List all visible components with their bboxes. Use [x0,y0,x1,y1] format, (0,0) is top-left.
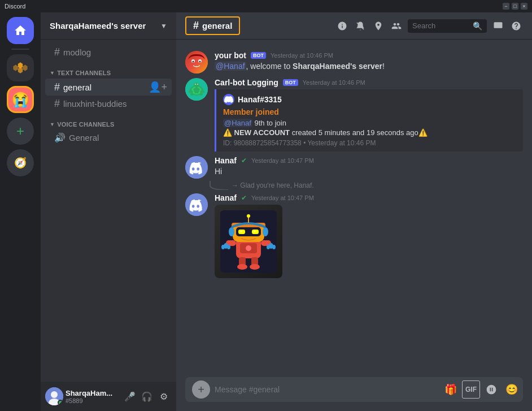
svg-point-13 [193,61,194,63]
pin-icon[interactable] [372,19,385,33]
close-button[interactable]: × [521,3,527,10]
sticker-icon[interactable] [482,380,500,399]
category-chevron-icon: ▼ [50,70,55,76]
avatar [185,193,208,216]
text-part: 9th to join [252,119,286,127]
text-part: ! [382,62,385,71]
add-server-button[interactable]: + [7,118,34,145]
message-group: your bot BOT Yesterday at 10:46 PM @Hana… [176,49,532,76]
message-embed: Hanaf#3315 Member joined @Hanaf 9th to j… [215,89,523,152]
user-panel: SharqaHam... #5889 🎤 🎧 ⚙ [41,382,176,411]
message-timestamp: Yesterday at 10:46 PM [303,79,365,86]
username-label: SharqaHam... [66,389,120,397]
message-group: Hanaf ✔ Yesterday at 10:47 PM [176,191,532,280]
chevron-down-icon: ▼ [160,22,167,30]
maximize-button[interactable]: □ [512,3,518,10]
verified-badge: ✔ [241,194,247,202]
gift-icon[interactable]: 🎁 [442,380,460,399]
svg-point-40 [254,230,256,232]
svg-point-24 [189,90,193,93]
category-text-channels[interactable]: ▼ TEXT CHANNELS [41,60,176,79]
threads-icon[interactable] [335,19,349,33]
add-content-button[interactable]: + [192,380,210,399]
messages-list: your bot BOT Yesterday at 10:46 PM @Hana… [176,40,532,377]
svg-rect-9 [494,22,503,28]
channel-name-text: general [202,21,232,31]
server-icon-home[interactable] [7,17,34,44]
chat-input: + 🎁 GIF 😊 [185,377,523,402]
message-content: Hanaf ✔ Yesterday at 10:47 PM [215,193,523,278]
channel-item-linuxhint[interactable]: # linuxhint-buddies [45,96,172,112]
svg-point-41 [229,227,234,236]
message-input[interactable] [215,385,437,394]
chat-header: # general 🔍 [176,12,532,40]
chat-input-area: + 🎁 GIF 😊 [176,377,532,411]
svg-point-18 [194,83,199,87]
text-part: , welcome to [246,62,293,71]
svg-point-47 [227,245,230,249]
user-tag: #5889 [66,397,120,404]
server-name: SharqaHameed's server [50,21,146,31]
embed-author-icon [223,94,234,105]
help-icon[interactable] [509,19,523,33]
server-divider [11,49,29,50]
svg-point-33 [246,245,251,251]
server-sidebar: 😭 + 🧭 [0,12,41,411]
gif-attachment [215,205,282,278]
message-timestamp: Yesterday at 10:47 PM [251,157,314,164]
svg-point-21 [195,84,196,85]
embed-line: ⚠️ NEW ACCOUNT created 5 minutes and 19 … [223,128,516,137]
svg-point-50 [272,245,276,249]
minimize-button[interactable]: − [503,3,509,10]
message-header: Hanaf ✔ Yesterday at 10:47 PM [215,156,523,165]
bold-text: SharqaHameed's server [293,62,382,71]
message-text: @Hanaf, welcome to SharqaHameed's server… [215,61,523,72]
server-icon-1[interactable] [7,54,34,81]
channel-name-label: linuxhint-buddies [63,99,127,109]
category-voice-channels[interactable]: ▼ VOICE CHANNELS [41,112,176,130]
members-icon[interactable] [390,19,403,33]
voice-channel-name: General [69,133,99,142]
header-icons: 🔍 [335,19,523,33]
explore-servers-button[interactable]: 🧭 [7,149,34,176]
svg-point-26 [190,93,194,96]
server-header[interactable]: SharqaHameed's server ▼ [41,12,176,40]
server-icon-2[interactable]: 😭 [7,86,34,113]
inbox-icon[interactable] [491,19,505,33]
verified-badge: ✔ [241,157,247,165]
message-timestamp: Yesterday at 10:46 PM [271,52,333,59]
settings-button[interactable]: ⚙ [156,388,172,404]
channel-item-modlog[interactable]: # modlog [45,44,172,60]
svg-point-53 [237,264,247,270]
channel-list: # modlog ▼ TEXT CHANNELS # general 👤+ # … [41,40,176,382]
headset-button[interactable]: 🎧 [139,388,155,404]
emoji-icon[interactable]: 😊 [503,380,521,399]
notification-icon[interactable] [354,19,367,33]
svg-point-22 [198,84,198,85]
titlebar: Discord − □ × [0,0,532,12]
channel-item-voice-general[interactable]: 🔊 General [45,130,172,145]
bot-badge: BOT [251,52,266,59]
svg-point-49 [267,245,270,249]
search-box[interactable]: 🔍 [408,19,487,33]
message-username: Carl-bot Logging [215,78,278,87]
add-member-icon[interactable]: 👤+ [149,81,167,93]
mention: @Hanaf [223,119,252,127]
gif-button[interactable]: GIF [462,380,480,399]
channel-item-general[interactable]: # general 👤+ [45,79,172,96]
microphone-button[interactable]: 🎤 [122,388,138,404]
hash-icon: # [193,20,199,32]
message-username: Hanaf [215,156,237,165]
message-with-reply: → Glad you're here, Hanaf. Hanaf ✔ Ye [176,181,532,280]
warning-icon: ⚠️ [418,128,428,137]
hash-icon: # [54,98,60,110]
message-content: your bot BOT Yesterday at 10:46 PM @Hana… [215,51,523,73]
bold-text: NEW ACCOUNT [232,128,290,137]
embed-author: Hanaf#3315 [223,94,516,105]
message-timestamp: Yesterday at 10:47 PM [251,194,314,201]
search-input[interactable] [412,21,469,30]
compass-icon: 🧭 [14,157,27,169]
svg-point-6 [51,391,58,398]
message-username: your bot [215,51,246,60]
mention: @Hanaf [215,62,246,71]
